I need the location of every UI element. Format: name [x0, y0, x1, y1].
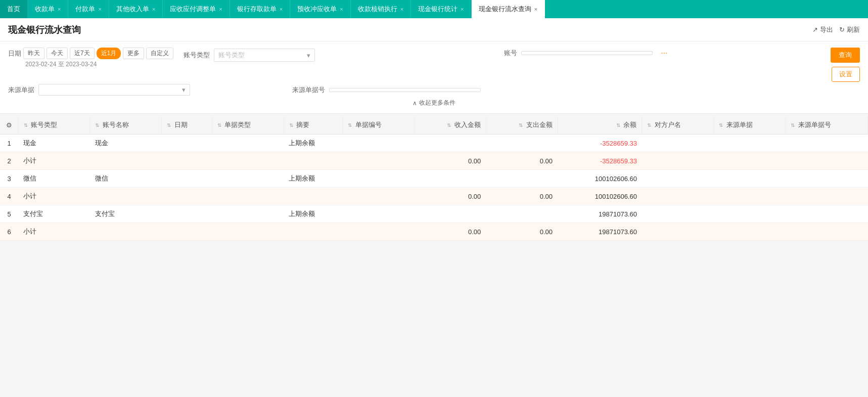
chevron-up-icon: ∧	[413, 100, 417, 107]
col-date[interactable]: ⇅ 日期	[162, 116, 212, 135]
cell-balance: -3528659.33	[558, 135, 642, 152]
col-expense[interactable]: ⇅ 支出金额	[486, 116, 558, 135]
close-icon[interactable]: ×	[152, 6, 155, 12]
gear-icon[interactable]: ⚙	[6, 121, 12, 129]
table-row[interactable]: 4 小计 0.00 0.00 100102606.60	[0, 188, 868, 205]
col-balance[interactable]: ⇅ 余额	[558, 116, 642, 135]
data-table-container: ⚙ ⇅ 账号类型 ⇅ 账号名称 ⇅ 日期 ⇅ 单据类型	[0, 116, 868, 241]
date-btn-7days[interactable]: 近7天	[70, 48, 95, 59]
source-doc-num-input[interactable]	[329, 88, 481, 92]
cell-counterpart	[642, 205, 714, 223]
col-counterpart[interactable]: ⇅ 对方户名	[642, 116, 714, 135]
account-type-label: 账号类型	[184, 51, 210, 60]
cell-summary: 上期余额	[284, 135, 343, 152]
cell-source-doc-no	[786, 205, 868, 223]
nav-tab-yushoucho[interactable]: 预收冲应收单 ×	[290, 0, 350, 18]
source-doc-num-label: 来源单据号	[292, 85, 325, 95]
source-doc-filter: 来源单据 ▾	[8, 84, 288, 96]
cell-date	[162, 205, 212, 223]
collapse-button[interactable]: ∧ 收起更多条件	[413, 99, 455, 107]
col-account-name[interactable]: ⇅ 账号名称	[90, 116, 162, 135]
cell-balance: 100102606.60	[558, 188, 642, 205]
nav-home[interactable]: 首页	[0, 0, 28, 18]
nav-tab-fukuandan[interactable]: 付款单 ×	[68, 0, 109, 18]
close-icon[interactable]: ×	[58, 6, 61, 12]
col-doc-no[interactable]: ⇅ 单据编号	[343, 116, 415, 135]
row-number: 4	[0, 188, 18, 205]
row-number: 6	[0, 223, 18, 241]
row-number: 2	[0, 152, 18, 170]
account-type-filter: 账号类型 账号类型 ▾	[184, 49, 504, 62]
col-doc-type[interactable]: ⇅ 单据类型	[212, 116, 284, 135]
cell-summary	[284, 188, 343, 205]
refresh-button[interactable]: ↻ 刷新	[839, 25, 860, 34]
cell-expense	[486, 205, 558, 223]
nav-tab-yingshouyingfu[interactable]: 应收应付调整单 ×	[163, 0, 230, 18]
nav-tab-xianjintongji[interactable]: 现金银行统计 ×	[411, 0, 471, 18]
cell-account-type: 支付宝	[18, 205, 90, 223]
date-btn-yesterday[interactable]: 昨天	[23, 48, 44, 59]
account-label: 账号	[504, 49, 517, 58]
col-source-doc[interactable]: ⇅ 来源单据	[714, 116, 786, 135]
close-icon[interactable]: ×	[400, 6, 403, 12]
close-icon[interactable]: ×	[219, 6, 222, 12]
close-icon[interactable]: ×	[98, 6, 101, 12]
table-row[interactable]: 5 支付宝 支付宝 上期余额 19871073.60	[0, 205, 868, 223]
col-source-doc-no[interactable]: ⇅ 来源单据号	[786, 116, 868, 135]
cell-counterpart	[642, 170, 714, 188]
source-doc-select[interactable]: ▾	[38, 84, 190, 96]
date-btn-more[interactable]: 更多	[123, 48, 144, 59]
nav-tab-qitashouru[interactable]: 其他收入单 ×	[109, 0, 163, 18]
collapse-bar: ∧ 收起更多条件	[8, 96, 860, 109]
cell-doc-no	[343, 152, 415, 170]
date-btn-custom[interactable]: 自定义	[146, 48, 173, 59]
date-btn-1month[interactable]: 近1月	[97, 48, 121, 59]
close-icon[interactable]: ×	[340, 6, 343, 12]
close-icon[interactable]: ×	[280, 6, 283, 12]
cell-doc-no	[343, 170, 415, 188]
cell-date	[162, 223, 212, 241]
sort-icon: ⇅	[616, 122, 620, 128]
date-filter-label: 日期	[8, 49, 21, 58]
nav-tab-yinhangshouqu[interactable]: 银行存取款单 ×	[230, 0, 290, 18]
page-header: 现金银行流水查询 ↗ 导出 ↻ 刷新	[0, 18, 868, 41]
nav-tab-liushui[interactable]: 现金银行流水查询 ×	[472, 0, 545, 18]
cell-source-doc-no	[786, 223, 868, 241]
cell-account-name: 现金	[90, 135, 162, 152]
close-icon[interactable]: ×	[461, 6, 464, 12]
cell-date	[162, 188, 212, 205]
account-type-select[interactable]: 账号类型 ▾	[214, 49, 315, 62]
top-nav: 首页 收款单 × 付款单 × 其他收入单 × 应收应付调整单 × 银行存取款单 …	[0, 0, 868, 18]
col-summary[interactable]: ⇅ 摘要	[284, 116, 343, 135]
cell-summary	[284, 223, 343, 241]
cell-source-doc-no	[786, 170, 868, 188]
table-row[interactable]: 2 小计 0.00 0.00 -3528659.33	[0, 152, 868, 170]
query-button[interactable]: 查询	[831, 48, 860, 63]
cell-doc-type	[212, 205, 284, 223]
account-more-button[interactable]: ···	[661, 49, 667, 58]
nav-tab-shoukuandan[interactable]: 收款单 ×	[28, 0, 68, 18]
nav-tab-shoukuanhexiao[interactable]: 收款核销执行 ×	[351, 0, 411, 18]
cell-account-name	[90, 188, 162, 205]
table-row[interactable]: 1 现金 现金 上期余额 -3528659.33	[0, 135, 868, 152]
chevron-down-icon: ▾	[182, 86, 186, 94]
table-row[interactable]: 6 小计 0.00 0.00 19871073.60	[0, 223, 868, 241]
refresh-icon: ↻	[839, 26, 845, 33]
cell-account-type: 现金	[18, 135, 90, 152]
table-row[interactable]: 3 微信 微信 上期余额 100102606.60	[0, 170, 868, 188]
settings-button[interactable]: 设置	[832, 67, 860, 82]
row-number: 1	[0, 135, 18, 152]
cell-source-doc	[714, 205, 786, 223]
close-icon[interactable]: ×	[534, 6, 537, 12]
filter-area: 日期 昨天 今天 近7天 近1月 更多 自定义 2023-02-24 至 202…	[0, 41, 868, 114]
account-select[interactable]	[521, 51, 653, 55]
cell-expense	[486, 135, 558, 152]
col-income[interactable]: ⇅ 收入金额	[414, 116, 486, 135]
cell-counterpart	[642, 135, 714, 152]
date-btn-today[interactable]: 今天	[47, 48, 68, 59]
col-settings[interactable]: ⚙	[0, 116, 18, 135]
cell-income	[414, 170, 486, 188]
col-account-type[interactable]: ⇅ 账号类型	[18, 116, 90, 135]
export-button[interactable]: ↗ 导出	[812, 25, 833, 34]
cell-date	[162, 135, 212, 152]
